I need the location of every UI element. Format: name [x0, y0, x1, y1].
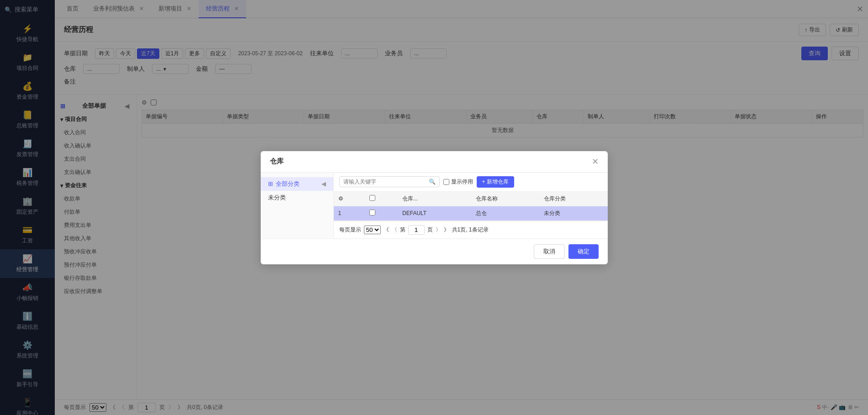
show-disabled-checkbox[interactable] [443, 179, 449, 185]
modal-title: 仓库 [270, 157, 284, 166]
modal-col-settings: ⚙ [334, 192, 365, 206]
modal-col-checkbox [365, 192, 398, 206]
modal-footer: 每页显示 50 《 〈 第 页 〉 》 共1页, 1条记录 [334, 221, 608, 238]
cancel-button[interactable]: 取消 [534, 244, 565, 259]
modal-row-code: DEFAULT [398, 206, 471, 221]
modal-body: ⊞ 全部分类 ◀ 未分类 🔍 显示停用 [261, 173, 608, 238]
modal-search-icon: 🔍 [429, 179, 436, 185]
show-disabled-checkbox-area: 显示停用 [443, 178, 473, 186]
modal-left-uncategorized-label: 未分类 [268, 194, 286, 202]
modal-left-panel: ⊞ 全部分类 ◀ 未分类 [261, 173, 334, 238]
modal-right-panel: 🔍 显示停用 + 新增仓库 ⚙ [334, 173, 608, 238]
confirm-button[interactable]: 确定 [568, 244, 599, 259]
modal-prev-btn[interactable]: 〈 [392, 226, 397, 234]
modal-overlay[interactable]: 仓库 ✕ ⊞ 全部分类 ◀ 未分类 [0, 0, 868, 415]
modal-left-item-uncategorized[interactable]: 未分类 [261, 191, 333, 205]
modal-total: 共1页, 1条记录 [452, 226, 489, 234]
modal-table: ⚙ 仓库... 仓库名称 仓库分类 1 DEFAULT [334, 192, 608, 221]
modal-row-category: 未分类 [539, 206, 607, 221]
modal-page-input[interactable] [408, 225, 425, 235]
warehouse-modal: 仓库 ✕ ⊞ 全部分类 ◀ 未分类 [261, 151, 608, 264]
modal-next-btn[interactable]: 〉 [436, 226, 441, 234]
modal-row-name: 总仓 [471, 206, 539, 221]
modal-header: 仓库 ✕ [261, 151, 608, 173]
modal-first-btn[interactable]: 《 [384, 226, 389, 234]
modal-col-name: 仓库名称 [471, 192, 539, 206]
modal-table-area: ⚙ 仓库... 仓库名称 仓库分类 1 DEFAULT [334, 192, 608, 221]
modal-pagination: 每页显示 50 《 〈 第 页 〉 》 共1页, 1条记录 [339, 225, 489, 235]
modal-actions: 取消 确定 [261, 238, 608, 264]
modal-row-select[interactable] [369, 210, 375, 215]
modal-left-all-label: 全部分类 [276, 180, 300, 188]
modal-row-no: 1 [334, 206, 365, 221]
modal-left-item-all[interactable]: ⊞ 全部分类 ◀ [261, 177, 333, 191]
modal-per-page-label: 每页显示 [339, 226, 361, 234]
show-disabled-label: 显示停用 [451, 178, 473, 186]
modal-page-suffix: 页 [427, 226, 433, 234]
modal-row-checkbox [365, 206, 398, 221]
modal-search-box: 🔍 [339, 176, 440, 187]
modal-col-category: 仓库分类 [539, 192, 607, 206]
modal-page-label: 第 [400, 226, 405, 234]
modal-per-page-select[interactable]: 50 [364, 226, 381, 234]
modal-col-code: 仓库... [398, 192, 471, 206]
modal-search-input[interactable] [343, 179, 427, 185]
modal-toolbar: 🔍 显示停用 + 新增仓库 [334, 173, 608, 192]
modal-close-btn[interactable]: ✕ [592, 157, 599, 167]
collapse-left-btn[interactable]: ◀ [321, 180, 326, 187]
grid-icon: ⊞ [268, 180, 273, 187]
modal-select-all[interactable] [369, 195, 375, 201]
modal-last-btn[interactable]: 》 [444, 226, 449, 234]
add-warehouse-button[interactable]: + 新增仓库 [477, 176, 514, 188]
table-row[interactable]: 1 DEFAULT 总仓 未分类 [334, 206, 608, 221]
